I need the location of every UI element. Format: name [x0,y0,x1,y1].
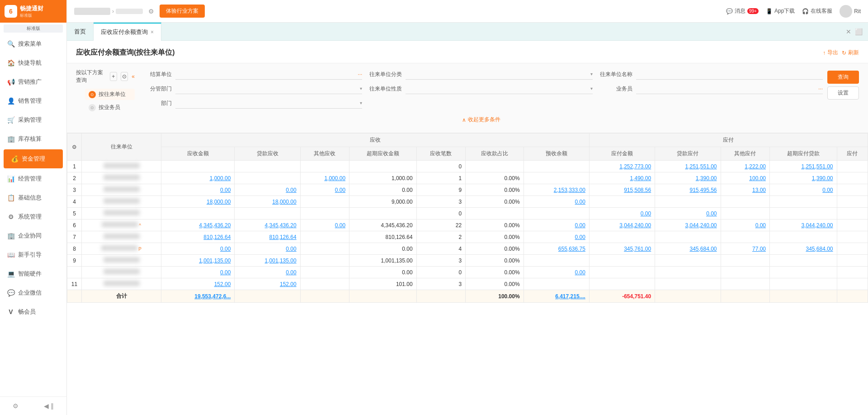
row-loan-rec[interactable]: 4,345,436.20 [235,219,300,231]
row-rec-amount[interactable]: 152.00 [161,278,235,290]
row-loan-pay[interactable]: 345,684.00 [655,243,721,255]
row-rec-amount[interactable]: 18,000.00 [161,196,235,208]
row-loan-rec[interactable]: 810,126.64 [235,231,300,243]
row-loan-rec[interactable]: 18,000.00 [235,196,300,208]
row-pay-amount[interactable]: 1,490.00 [589,172,655,184]
tab-close-window-icon[interactable]: ✕ [846,28,851,35]
staff-dots[interactable]: ··· [818,86,823,92]
sidebar-item-hardware[interactable]: 💻 智能硬件 [0,264,66,283]
row-rec-amount[interactable]: 810,126.64 [161,231,235,243]
row-overdue-pay[interactable]: 3,044,240.00 [770,219,837,231]
query-nav-by-staff[interactable]: ⊙ 按业务员 [85,102,135,113]
sidebar-settings-btn[interactable]: ⚙ [9,401,22,411]
sidebar-item-system[interactable]: ⚙ 系统管理 [0,207,66,226]
query-button[interactable]: 查询 [827,71,859,84]
query-view-button[interactable]: ⊙ [121,72,128,81]
row-other-pay[interactable]: 13.00 [721,184,769,196]
row-overdue-pay[interactable]: 345,684.00 [770,243,837,255]
row-loan-pay[interactable]: 1,390.00 [655,172,721,184]
row-other-pay[interactable]: 0.00 [721,219,769,231]
row-overdue-pay[interactable]: 0.00 [770,184,837,196]
settlement-unit-input[interactable]: ··· [175,69,362,80]
row-advance-bal[interactable]: 655,636.75 [524,243,589,255]
sidebar-item-guide[interactable]: 📖 新手引导 [0,245,66,264]
row-loan-pay[interactable]: 3,044,240.00 [655,219,721,231]
row-rec-amount[interactable]: 0.00 [161,243,235,255]
row-loan-pay[interactable]: 1,251,551.00 [655,161,721,172]
sidebar-collapse-btn[interactable]: ◀ ‖ [40,401,57,411]
row-rec-amount[interactable]: 1,000.00 [161,172,235,184]
app-download-button[interactable]: 📱 App下载 [766,7,795,15]
row-loan-rec[interactable]: 1,001,135.00 [235,255,300,267]
sidebar-item-quicknav[interactable]: 🏠 快捷导航 [0,53,66,72]
sidebar-item-inventory[interactable]: 🏢 库存核算 [0,129,66,148]
partner-category-input[interactable]: ▾ [406,69,592,80]
row-loan-pay[interactable]: 0.00 [655,208,721,219]
footer-rec-amount[interactable]: 19,553,472,6... [161,290,235,303]
row-pay-amount[interactable]: 1,252,773.00 [589,161,655,172]
query-add-button[interactable]: + [110,72,117,81]
row-pay-suffix [837,278,868,290]
row-pay-amount[interactable]: 0.00 [589,208,655,219]
row-advance-bal[interactable]: 0.00 [524,219,589,231]
collapse-button[interactable]: ∧ 收起更多条件 [462,116,500,124]
partner-name-input[interactable] [636,69,823,80]
th-settings[interactable]: ⚙ [67,134,82,161]
row-rec-amount[interactable]: 4,345,436.20 [161,219,235,231]
dept-mgr-input[interactable]: ▾ [175,83,362,94]
row-advance-bal[interactable]: 0.00 [524,231,589,243]
row-pay-amount[interactable]: 345,761.00 [589,243,655,255]
row-pay-amount[interactable]: 3,044,240.00 [589,219,655,231]
row-other-rec[interactable]: 1,000.00 [300,172,349,184]
sidebar-item-finance[interactable]: 💰 资金管理 [4,149,63,168]
sidebar-item-enterprise[interactable]: 🏢 企业协同 [0,226,66,245]
user-avatar-area[interactable]: Rit [840,5,861,18]
tab-home[interactable]: 首页 [67,23,94,41]
sidebar-item-wechat[interactable]: 💬 企业微信 [0,283,66,302]
row-rec-amount[interactable]: 0.00 [161,184,235,196]
tab-maximize-icon[interactable]: ⬜ [855,28,863,35]
row-advance-bal[interactable]: 0.00 [524,267,589,278]
row-loan-rec[interactable]: 0.00 [235,267,300,278]
export-button[interactable]: ↑ 导出 [823,49,838,57]
settings-button[interactable]: 设置 [827,86,859,100]
row-loan-rec[interactable]: 152.00 [235,278,300,290]
tab-close-icon[interactable]: × [151,29,154,35]
row-rec-amount[interactable]: 1,001,135.00 [161,255,235,267]
sidebar-item-search[interactable]: 🔍 搜索菜单 [0,34,66,53]
dept-input[interactable]: ▾ [175,98,362,109]
settlement-unit-dots[interactable]: ··· [358,71,362,77]
row-rec-amount[interactable]: 0.00 [161,267,235,278]
sidebar-item-basicinfo[interactable]: 📋 基础信息 [0,188,66,207]
row-advance-bal[interactable]: 0.00 [524,196,589,208]
row-loan-rec[interactable]: 0.00 [235,243,300,255]
sidebar-item-marketing[interactable]: 📢 营销推广 [0,72,66,91]
sidebar-item-member[interactable]: V 畅会员 [0,302,66,321]
footer-advance-bal[interactable]: 6,417,215.... [524,290,589,303]
sidebar-item-operation[interactable]: 📊 经营管理 [0,169,66,188]
row-other-pay[interactable]: 1,222.00 [721,161,769,172]
partner-nature-input[interactable]: ▾ [406,83,592,94]
topbar-settings-icon[interactable]: ⚙ [148,8,154,15]
row-pay-amount[interactable]: 915,508.56 [589,184,655,196]
row-other-rec[interactable]: 0.00 [300,184,349,196]
solution-button[interactable]: 体验行业方案 [160,5,205,18]
row-other-rec[interactable]: 0.00 [300,219,349,231]
row-loan-rec[interactable]: 0.00 [235,184,300,196]
row-overdue-pay[interactable]: 1,251,551.00 [770,161,837,172]
row-loan-pay[interactable]: 915,495.56 [655,184,721,196]
query-expand-button[interactable]: « [132,73,135,80]
online-service-button[interactable]: 🎧 在线客服 [802,7,832,15]
row-other-pay[interactable]: 100.00 [721,172,769,184]
sidebar-item-purchase[interactable]: 🛒 采购管理 [0,110,66,129]
row-overdue-pay[interactable]: 1,390.00 [770,172,837,184]
row-advance-bal[interactable]: 2,153,333.00 [524,184,589,196]
refresh-button[interactable]: ↻ 刷新 [842,49,859,57]
sidebar-item-sales[interactable]: 👤 销售管理 [0,91,66,110]
query-nav-by-unit[interactable]: ⊙ 按往来单位 [85,89,135,100]
tab-receivable-query[interactable]: 应收应付余额查询 × [94,23,161,41]
row-other-pay[interactable]: 77.00 [721,243,769,255]
row-rec-ratio: 0.00% [466,196,524,208]
messages-button[interactable]: 💬 消息 99+ [726,7,759,15]
staff-input[interactable]: ··· [636,83,823,94]
